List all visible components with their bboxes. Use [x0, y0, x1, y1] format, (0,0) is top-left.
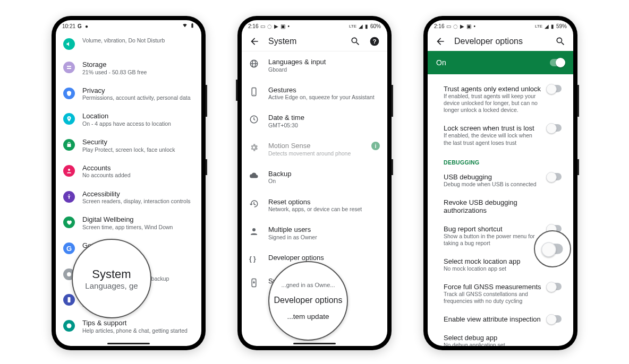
msg-icon: ▭: [446, 23, 451, 29]
row-title: Accounts: [82, 164, 194, 172]
history-icon: [249, 199, 259, 209]
search-icon[interactable]: [350, 36, 361, 47]
settings-row-security[interactable]: Security Play Protect, screen lock, face…: [56, 133, 201, 159]
row-sub: On - 4 apps have access to location: [82, 120, 194, 127]
status-time: 10:21: [62, 23, 75, 29]
master-switch[interactable]: [550, 59, 565, 66]
side-button: [392, 159, 393, 175]
toggle-switch[interactable]: [547, 283, 562, 290]
clock-icon: [249, 115, 259, 124]
system-row-globe[interactable]: Languages & input Gboard: [242, 51, 387, 80]
info-icon[interactable]: i: [371, 142, 380, 150]
system-row-gear[interactable]: Motion Sense Detects movement around pho…: [242, 135, 387, 163]
toggle-switch[interactable]: [547, 124, 562, 132]
cloud-icon: [249, 171, 259, 180]
signal-icon: ◢: [359, 23, 363, 29]
toggle-switch[interactable]: [547, 315, 562, 323]
system-row-person[interactable]: Multiple users Signed in as Owner: [242, 219, 387, 247]
row-title: Tips & support: [82, 319, 194, 327]
phone-dev-options: 2:16 ▭ ◌ ▶ ▣ • LTE ◢ ▮ 59% Developer opt…: [423, 16, 577, 350]
side-button: [392, 85, 393, 117]
truncated-item[interactable]: [428, 74, 573, 80]
page-title: System: [268, 37, 342, 46]
svg-point-13: [252, 228, 256, 231]
row-sub: Active Edge on, squeeze for your Assista…: [268, 94, 380, 101]
side-button: [236, 80, 237, 101]
dev-row[interactable]: Select debug app No debug application se…: [428, 328, 573, 346]
back-button[interactable]: [435, 36, 446, 47]
update-icon: [249, 278, 259, 288]
row-title: Digital Wellbeing: [82, 215, 194, 224]
dev-row[interactable]: Force full GNSS measurements Track all G…: [428, 278, 573, 310]
settings-row-a11y[interactable]: Accessibility Screen readers, display, i…: [56, 185, 201, 211]
row-title: Reset options: [268, 198, 380, 206]
row-sub: Gboard: [268, 66, 380, 73]
system-row-clock[interactable]: Date & time GMT+05:30: [242, 107, 387, 135]
settings-row-location[interactable]: Location On - 4 apps have access to loca…: [56, 107, 201, 133]
help-icon[interactable]: ?: [369, 36, 380, 47]
search-icon[interactable]: [555, 36, 566, 47]
box-icon: ▣: [280, 23, 285, 29]
dev-row[interactable]: Revoke USB debugging authorizations: [428, 193, 573, 220]
row-title: Security: [82, 138, 194, 146]
phone-settings: 10:21 G ● Volume, vibration, Do Not Dist…: [52, 16, 206, 350]
row-title: Privacy: [82, 86, 194, 95]
row-sub: Signed in as Owner: [268, 234, 380, 241]
row-sub: No accounts added: [82, 172, 194, 179]
toggle-switch[interactable]: [547, 85, 562, 92]
row-sub: Help articles, phone & chat, getting sta…: [82, 327, 194, 334]
settings-row-accounts[interactable]: Accounts No accounts added: [56, 159, 201, 185]
master-toggle[interactable]: On: [428, 51, 573, 74]
settings-row-wellbeing[interactable]: Digital Wellbeing Screen time, app timer…: [56, 210, 201, 236]
row-title: Date & time: [268, 114, 380, 122]
usb-switch-zoom[interactable]: [542, 244, 563, 254]
settings-row-storage[interactable]: Storage 21% used - 50.83 GB free: [56, 55, 201, 81]
google-icon: G: [63, 242, 75, 254]
system-row-cloud[interactable]: Backup On: [242, 163, 387, 192]
app-bar: Developer options: [428, 32, 573, 51]
system-row-history[interactable]: Reset options Network, apps, or device c…: [242, 192, 387, 220]
side-button: [577, 159, 579, 175]
about-icon: [63, 294, 75, 306]
section-debugging: DEBUGGING: [428, 152, 573, 168]
status-bar: 2:16 ▭ ◌ ▶ ▣ • LTE ◢ ▮ 60%: [242, 20, 387, 32]
row-title: Accessibility: [82, 190, 194, 198]
status-bar: 10:21 G ●: [56, 20, 201, 32]
mag-title: System: [92, 267, 131, 281]
mag-line: ...gned in as Owne...: [282, 282, 335, 288]
svg-text:?: ?: [372, 38, 376, 45]
row-sub: No mock location app set: [444, 265, 562, 272]
svg-text:?: ?: [68, 324, 70, 328]
system-row-phone[interactable]: Gestures Active Edge on, squeeze for you…: [242, 80, 387, 108]
dev-row[interactable]: Trust agents only extend unlock If enabl…: [428, 80, 573, 119]
toggle-switch[interactable]: [547, 173, 562, 180]
settings-row-tips[interactable]: ? Tips & support Help articles, phone & …: [56, 314, 201, 340]
side-button: [206, 85, 207, 117]
row-sub: Debug mode when USB is connected: [444, 181, 541, 188]
nav-pill[interactable]: [293, 343, 336, 344]
back-button[interactable]: [249, 36, 260, 47]
svg-point-1: [68, 169, 70, 171]
storage-icon: [63, 62, 75, 73]
row-sub: 21% used - 50.83 GB free: [82, 69, 194, 76]
row-sub: GMT+05:30: [268, 122, 380, 129]
status-bar: 2:16 ▭ ◌ ▶ ▣ • LTE ◢ ▮ 59%: [428, 20, 573, 32]
magnifier-system: System Languages, ge: [72, 239, 151, 318]
magnifier-usb-switch: [534, 230, 571, 267]
battery-icon: ▮: [365, 23, 368, 29]
battery-pct: 59%: [556, 23, 567, 29]
gear-icon: [249, 143, 259, 152]
row-title: Select debug app: [444, 334, 562, 342]
settings-row-privacy[interactable]: Privacy Permissions, account activity, p…: [56, 81, 201, 107]
dev-row[interactable]: Lock screen when trust is lost If enable…: [428, 119, 573, 151]
dev-row[interactable]: USB debugging Debug mode when USB is con…: [428, 168, 573, 193]
dot-icon: •: [473, 23, 475, 29]
google-g-icon: G: [78, 23, 83, 29]
dev-row[interactable]: Enable view attribute inspection: [428, 310, 573, 328]
settings-row-volume[interactable]: Volume, vibration, Do Not Disturb: [56, 32, 201, 55]
signal-icon: ◢: [545, 23, 549, 29]
app-bar: System ?: [242, 32, 387, 51]
row-sub: Detects movement around phone: [268, 150, 362, 157]
mag-line: ...tem update: [287, 313, 329, 320]
nav-pill[interactable]: [107, 343, 150, 344]
